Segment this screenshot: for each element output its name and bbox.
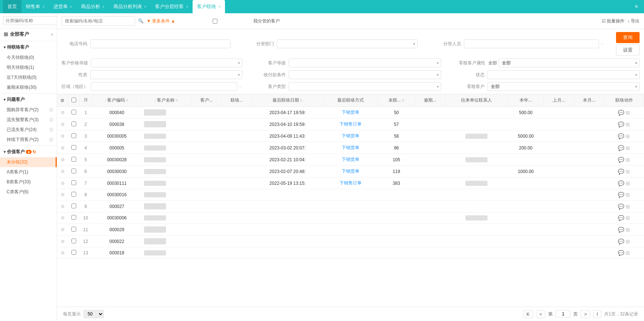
cell-checkbox[interactable] — [68, 107, 79, 119]
last-page-button[interactable]: I — [593, 310, 601, 318]
grid-action-icon[interactable]: ⊞ — [626, 133, 630, 139]
th-code[interactable]: :客户编码⇅ — [92, 94, 142, 107]
payment-terms-select[interactable] — [289, 70, 441, 79]
cell-last-contact-way[interactable]: 下销售订单 — [323, 119, 378, 130]
cell-gear[interactable]: ⚙ — [57, 177, 68, 189]
contact-way-link[interactable]: 下销货单 — [342, 110, 359, 115]
grid-action-icon[interactable]: ⊞ — [626, 227, 630, 233]
cell-gear[interactable]: ⚙ — [57, 107, 68, 119]
tab-purchase[interactable]: 进货单 × — [49, 0, 77, 13]
grid-action-icon[interactable]: ⊞ — [626, 180, 630, 186]
tab-sales-close[interactable]: × — [42, 5, 45, 9]
status-select[interactable] — [488, 70, 640, 79]
chat-icon[interactable]: 💬 — [618, 239, 624, 244]
tab-customer-contact-close[interactable]: × — [218, 5, 221, 9]
cell-checkbox[interactable] — [68, 130, 79, 142]
cell-gear[interactable]: ⚙ — [57, 142, 68, 154]
cell-gear[interactable]: ⚙ — [57, 130, 68, 142]
section-pending-contact[interactable]: ▾ 待联络客户 — [0, 42, 57, 53]
tab-home[interactable]: 首页 — [3, 0, 21, 13]
grid-action-icon[interactable]: ⊞ — [626, 110, 630, 116]
sidebar-item-class-b[interactable]: B类客户(33) — [0, 177, 57, 187]
cell-last-contact-way[interactable] — [323, 224, 378, 236]
tab-product-analysis-list-close[interactable]: × — [144, 5, 147, 9]
row-checkbox[interactable] — [71, 133, 76, 138]
cell-last-contact-way[interactable]: 下销货单 — [323, 166, 378, 177]
cell-gear[interactable]: ⚙ — [57, 154, 68, 166]
sidebar-item-declining[interactable]: 持续下滑客户(2) ⓘ — [0, 135, 57, 145]
my-customers-checkbox[interactable] — [178, 19, 252, 24]
cell-last-contact-way[interactable] — [323, 212, 378, 224]
row-checkbox[interactable] — [71, 110, 76, 114]
contact-way-link[interactable]: 下销售订单 — [339, 180, 362, 186]
filter-search-icon[interactable]: 🔍 — [138, 18, 144, 24]
chat-icon[interactable]: 💬 — [618, 121, 624, 127]
refresh-icon[interactable]: ↻ — [32, 149, 36, 155]
grid-action-icon[interactable]: ⊞ — [626, 169, 630, 174]
next-page-button[interactable]: > — [581, 310, 590, 318]
cell-checkbox[interactable] — [68, 154, 79, 166]
tab-customer-contact[interactable]: 客户联络 × — [193, 0, 225, 13]
cell-last-contact-way[interactable] — [323, 236, 378, 247]
search-input[interactable] — [61, 16, 135, 26]
sidebar-search-input[interactable] — [3, 16, 57, 25]
retail-customer-select[interactable]: 全部 — [488, 82, 640, 91]
tab-product-analysis[interactable]: 商品分析 × — [77, 0, 109, 13]
sidebar-item-class-c[interactable]: C类客户(6) — [0, 187, 57, 197]
sidebar-item-7days-pending[interactable]: 近7天待联络(0) — [0, 73, 57, 82]
sidebar-item-loss-warning[interactable]: 流失预警客户(3) ⓘ — [0, 115, 57, 125]
region-dots-icon[interactable]: ··· — [239, 84, 242, 89]
cell-checkbox[interactable] — [68, 236, 79, 247]
cell-last-contact-way[interactable] — [323, 201, 378, 212]
row-checkbox[interactable] — [71, 157, 76, 162]
th-last-contact-date[interactable]: 最后联络日期⇅ — [252, 94, 323, 107]
tab-customer-segment[interactable]: 客户分层经客 × — [151, 0, 193, 13]
cell-last-contact-way[interactable]: 下销货单 — [323, 107, 378, 119]
row-checkbox[interactable] — [71, 192, 76, 197]
tab-product-analysis-list[interactable]: 商品分析列表 × — [109, 0, 151, 13]
chat-icon[interactable]: 💬 — [618, 192, 624, 198]
grid-action-icon[interactable]: ⊞ — [626, 157, 630, 163]
grid-action-icon[interactable]: ⊞ — [626, 192, 630, 198]
cell-gear[interactable]: ⚙ — [57, 119, 68, 130]
select-all-checkbox[interactable] — [71, 98, 76, 102]
cell-checkbox[interactable] — [68, 224, 79, 236]
cell-gear[interactable]: ⚙ — [57, 201, 68, 212]
contact-way-link[interactable]: 下销货单 — [342, 145, 359, 150]
sidebar-item-today-pending[interactable]: 今天待联络(0) — [0, 53, 57, 63]
reset-button[interactable]: 设置 — [616, 45, 640, 56]
contact-way-link[interactable]: 下销货单 — [342, 169, 359, 174]
more-conditions-btn[interactable]: ▼ 更多条件 ▲ — [147, 18, 175, 24]
grid-action-icon[interactable]: ⊞ — [626, 121, 630, 127]
cell-checkbox[interactable] — [68, 177, 79, 189]
batch-op-button[interactable]: ☑ 批量操作 — [602, 18, 624, 24]
sidebar-item-ungrouped[interactable]: 未分组(32) — [0, 157, 57, 167]
row-checkbox[interactable] — [71, 215, 76, 220]
cell-last-contact-way[interactable] — [323, 189, 378, 201]
sidebar-item-overdue[interactable]: 逾期未联络(30) — [0, 82, 57, 92]
first-page-button[interactable]: K — [523, 310, 533, 318]
row-checkbox[interactable] — [71, 250, 76, 255]
section-value-customers[interactable]: ▾ 价值客户 ● ↻ — [0, 147, 57, 157]
th-gear[interactable]: ⚙ — [57, 94, 68, 107]
price-level-select[interactable] — [91, 59, 242, 67]
th-name[interactable]: :客户名称⇅ — [142, 94, 191, 107]
cell-last-contact-way[interactable]: 下销货单 — [323, 130, 378, 142]
chat-icon[interactable]: 💬 — [618, 204, 624, 209]
th-checkbox[interactable] — [68, 94, 79, 107]
retail-attr-select[interactable]: 全部 — [499, 59, 640, 67]
row-checkbox[interactable] — [71, 204, 76, 208]
chat-icon[interactable]: 💬 — [618, 180, 624, 186]
cell-last-contact-way[interactable]: 下销货单 — [323, 142, 378, 154]
tab-customer-segment-close[interactable]: × — [186, 5, 188, 9]
manager-dots-icon[interactable]: ··· — [601, 41, 604, 46]
contact-way-link[interactable]: 下销售订单 — [339, 121, 362, 127]
nature-select[interactable] — [90, 70, 242, 79]
tab-product-analysis-close[interactable]: × — [102, 5, 105, 9]
sidebar-item-class-a[interactable]: A类客户(1) — [0, 167, 57, 177]
page-size-select[interactable]: 50 100 — [84, 310, 104, 318]
chat-icon[interactable]: 💬 — [618, 110, 624, 116]
th-not-contacted[interactable]: 未联...⇅ — [378, 94, 415, 107]
cell-gear[interactable]: ⚙ — [57, 236, 68, 247]
grid-action-icon[interactable]: ⊞ — [626, 250, 630, 256]
